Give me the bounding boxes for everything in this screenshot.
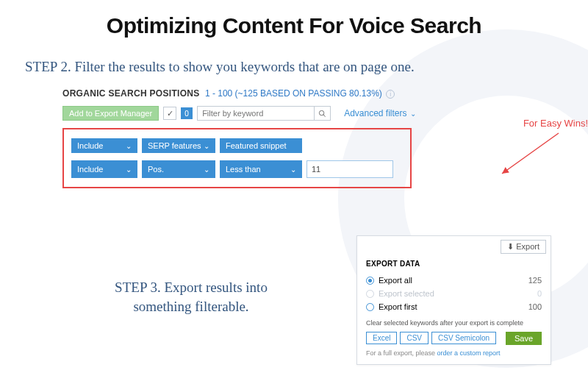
search-icon[interactable]	[315, 106, 331, 121]
panel-header-stats: 1 - 100 (~125 BASED ON PASSING 80.13%)	[205, 88, 382, 99]
select-all-checkbox[interactable]: ✓	[163, 107, 176, 120]
format-excel-button[interactable]: Excel	[366, 332, 397, 344]
page-title: Optimizing Content For Voice Search	[0, 13, 588, 38]
download-icon: ⬇	[507, 242, 514, 251]
chevron-down-icon: ⌄	[290, 166, 296, 174]
filter-field-1[interactable]: SERP features⌄	[142, 138, 215, 153]
step-2-text: STEP 2. Filter the results to show you k…	[25, 59, 588, 75]
toolbar: Add to Export Manager ✓ 0 Advanced filte…	[62, 106, 533, 121]
advanced-filters-link[interactable]: Advanced filters ⌄	[344, 108, 415, 118]
filter-row-2: Include⌄ Pos.⌄ Less than⌄ 11	[71, 160, 403, 178]
svg-line-1	[323, 114, 326, 116]
export-selected-option: Export selected 0	[366, 287, 542, 300]
info-icon[interactable]: i	[386, 90, 395, 99]
panel-header-label: ORGANIC SEARCH POSITIONS	[62, 88, 200, 99]
search-panel: ORGANIC SEARCH POSITIONS 1 - 100 (~125 B…	[62, 88, 533, 188]
chevron-down-icon: ⌄	[126, 166, 132, 174]
filter-value-input[interactable]: 11	[306, 160, 393, 178]
filter-field-2[interactable]: Pos.⌄	[142, 160, 215, 178]
filter-include-1[interactable]: Include⌄	[71, 138, 137, 153]
callout-text: For Easy Wins!	[523, 118, 588, 129]
selected-count-badge: 0	[181, 107, 193, 119]
radio-icon	[366, 277, 374, 285]
format-csv-button[interactable]: CSV	[400, 332, 429, 344]
advanced-filters-label: Advanced filters	[344, 108, 406, 118]
chevron-down-icon: ⌄	[204, 166, 209, 174]
radio-icon	[366, 303, 374, 311]
svg-point-0	[320, 110, 324, 115]
export-card: ⬇ Export EXPORT DATA Export all 125 Expo…	[356, 235, 551, 365]
filter-value-1[interactable]: Featured snippet	[220, 138, 302, 153]
export-footer: For a full export, please order a custom…	[366, 349, 542, 357]
chevron-down-icon: ⌄	[204, 142, 209, 150]
chevron-down-icon: ⌄	[410, 110, 416, 118]
add-to-export-button[interactable]: Add to Export Manager	[62, 106, 159, 121]
format-row: Excel CSV CSV Semicolon Save	[366, 332, 542, 345]
export-first-option[interactable]: Export first 100	[366, 300, 542, 313]
filter-op-2[interactable]: Less than⌄	[220, 160, 302, 178]
step-3-text: STEP 3. Export results into something fi…	[85, 278, 298, 316]
export-button[interactable]: ⬇ Export	[501, 240, 546, 254]
filters-box: Include⌄ SERP features⌄ Featured snippet…	[62, 128, 412, 188]
clear-note: Clear selected keywords after your expor…	[366, 319, 542, 327]
arrow-icon	[496, 131, 562, 182]
chevron-down-icon: ⌄	[126, 142, 132, 150]
export-all-option[interactable]: Export all 125	[366, 274, 542, 287]
export-title: EXPORT DATA	[366, 260, 542, 268]
format-csv-semicolon-button[interactable]: CSV Semicolon	[431, 332, 496, 344]
save-button[interactable]: Save	[506, 332, 542, 345]
filter-include-2[interactable]: Include⌄	[71, 160, 137, 178]
keyword-filter-input[interactable]	[197, 106, 315, 121]
radio-icon	[366, 290, 374, 298]
filter-row-1: Include⌄ SERP features⌄ Featured snippet	[71, 138, 403, 153]
custom-report-link[interactable]: order a custom report	[437, 349, 501, 357]
